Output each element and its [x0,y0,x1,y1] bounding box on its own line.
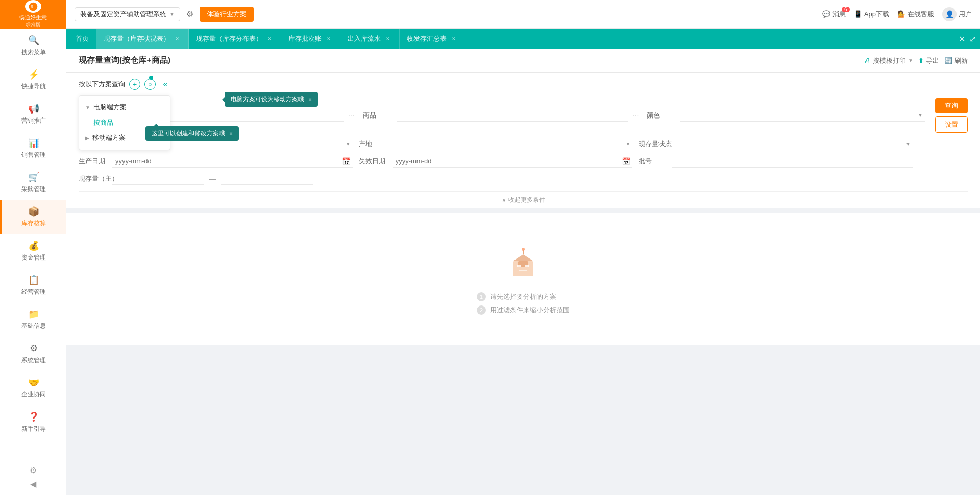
filter-back-btn[interactable]: « [160,79,171,90]
search-btn[interactable]: 查询 [935,98,968,113]
stock-status-label: 现存量状态 [639,139,672,149]
guide-icon: ❓ [28,411,39,422]
tab-inventory-distribution-label: 现存量（库存分布表） [196,34,262,43]
fullscreen-icon[interactable]: ⤢ [969,34,976,44]
header-settings-btn[interactable]: ⚙ [186,9,193,19]
color-select[interactable] [680,109,925,121]
filter-field-color: 颜色 ▼ [647,109,925,122]
refresh-btn[interactable]: 🔄 刷新 [944,56,968,65]
scheme-tooltip-text: 电脑方案可设为移动方案哦 [231,95,304,104]
batch-no-input[interactable] [672,155,913,168]
origin-select[interactable] [393,138,633,150]
logo-icon: 6 [25,0,41,13]
filter-field-origin: 产地 ▼ [359,138,633,150]
online-service-icon: 💁 [897,10,905,18]
warehouse-dots-icon[interactable]: ··· [347,111,357,120]
sidebar-collapse-btn[interactable]: ◀ [30,479,36,489]
scheme-tooltip-close-icon[interactable]: × [308,96,312,103]
svg-text:6: 6 [31,4,33,9]
sidebar-item-purchase[interactable]: 🛒 采购管理 [0,166,66,200]
sidebar-item-asset[interactable]: 💰 资金管理 [0,234,66,268]
filter-row-3: 生产日期 📅 失效日期 📅 批号 [79,155,968,168]
tab-inventory-distribution-close-icon[interactable]: × [265,35,274,43]
user-avatar: 👤 [942,7,957,21]
sidebar-item-basic-label: 基础信息 [21,322,46,331]
sidebar-item-sales[interactable]: 📊 销售管理 [0,131,66,166]
sidebar-item-system[interactable]: ⚙ 系统管理 [0,337,66,371]
stock-qty-separator: — [207,175,218,183]
product-input[interactable] [397,109,628,122]
tab-batch-account[interactable]: 库存批次账 × [281,29,340,49]
asset-icon: 💰 [28,240,39,251]
message-btn[interactable]: 💬 消息 6 [822,10,846,19]
product-dots-icon[interactable]: ··· [631,111,641,120]
color-label: 颜色 [647,111,677,120]
filter-add-btn[interactable]: + [129,79,140,90]
search-btn-group: 查询 设置 [935,98,968,133]
empty-steps: 1 请先选择要分析的方案 2 用过滤条件来缩小分析范围 [477,292,570,315]
tab-home[interactable]: 首页 [70,29,96,49]
collapse-bar[interactable]: ∧ 收起更多条件 [79,191,968,208]
production-date-start-cal-icon[interactable]: 📅 [342,157,351,166]
tabs-actions: ✕ ⤢ [959,34,976,44]
tab-receive-summary[interactable]: 收发存汇总表 × [400,29,465,49]
filter-edit-btn[interactable]: ○ [144,79,156,90]
sidebar-item-inventory[interactable]: 📦 库存核算 [0,200,66,234]
edit-tooltip-text: 这里可以创建和修改方案哦 [152,129,225,138]
marketing-icon: 📢 [28,103,39,114]
edit-tooltip-close-icon[interactable]: × [229,130,233,137]
tab-inventory-status[interactable]: 现存量（库存状况表） × [96,29,189,49]
sidebar-settings-btn[interactable]: ⚙ [30,465,37,475]
add-icon: + [133,80,137,88]
expiry-date-start-input[interactable] [393,155,633,167]
close-all-tabs-icon[interactable]: ✕ [959,34,965,44]
production-date-start-input[interactable] [112,155,353,167]
basic-icon: 📁 [28,309,39,320]
footer-settings-icon: ⚙ [30,465,37,475]
app-selector[interactable]: 装备及固定资产辅助管理系统 ▼ [75,7,180,21]
sidebar-item-guide[interactable]: ❓ 新手引导 [0,405,66,439]
tab-receive-summary-close-icon[interactable]: × [450,35,458,43]
tab-batch-account-close-icon[interactable]: × [325,35,333,43]
settings-gear-icon: ⚙ [186,10,193,18]
template-print-label: 按模板打印 [873,56,906,65]
sidebar-footer: ⚙ ◀ [0,459,66,495]
expiry-date-start-cal-icon[interactable]: 📅 [622,157,630,166]
avatar-icon: 👤 [945,10,954,18]
sidebar-item-quick-nav[interactable]: ⚡ 快捷导航 [0,63,66,97]
experience-btn[interactable]: 体验行业方案 [200,7,254,22]
reset-btn[interactable]: 设置 [935,116,968,133]
empty-state: 1 请先选择要分析的方案 2 用过滤条件来缩小分析范围 [66,213,980,345]
filter-field-product: 商品 ··· [363,109,641,122]
tab-in-out-flow[interactable]: 出入库流水 × [340,29,400,49]
sidebar-nav: 🔍 搜索菜单 ⚡ 快捷导航 📢 营销推广 📊 销售管理 🛒 采购管理 📦 库存核… [0,29,66,459]
tab-inventory-distribution[interactable]: 现存量（库存分布表） × [189,29,281,49]
filter-area: 按以下方案查询 + ○ « 电脑方案可设为移动方案哦 × [66,73,980,208]
sidebar-item-operation[interactable]: 📋 经营管理 [0,268,66,302]
online-service-btn[interactable]: 💁 在线客服 [897,10,934,19]
batch-no-label: 批号 [639,157,669,166]
enterprise-icon: 🤝 [28,377,39,388]
message-icon: 💬 [822,10,830,18]
sidebar-item-basic[interactable]: 📁 基础信息 [0,302,66,337]
filter-header: 按以下方案查询 + ○ « [79,79,968,90]
sidebar-item-marketing-label: 营销推广 [21,116,46,125]
user-btn[interactable]: 👤 用户 [942,7,972,21]
tab-home-label: 首页 [76,34,89,43]
scheme-tree-pc[interactable]: ▼ 电脑端方案 [79,100,170,115]
template-print-btn[interactable]: 🖨 按模板打印 ▼ [864,56,913,65]
stock-qty-label: 现存量（主） [79,174,109,183]
export-btn[interactable]: ⬆ 导出 [918,56,939,65]
stock-qty-max-input[interactable] [221,173,313,185]
svg-rect-5 [517,265,521,267]
tab-in-out-flow-close-icon[interactable]: × [384,35,392,43]
sidebar-item-marketing[interactable]: 📢 营销推广 [0,97,66,131]
refresh-label: 刷新 [954,56,968,65]
app-download-btn[interactable]: 📱 App下载 [854,10,889,19]
tab-inventory-status-close-icon[interactable]: × [173,35,181,43]
stock-status-select[interactable] [675,138,913,150]
app-selector-chevron-icon: ▼ [169,11,175,17]
stock-qty-min-input[interactable] [112,173,204,185]
sidebar-item-enterprise[interactable]: 🤝 企业协同 [0,371,66,405]
sidebar-item-search[interactable]: 🔍 搜索菜单 [0,29,66,63]
